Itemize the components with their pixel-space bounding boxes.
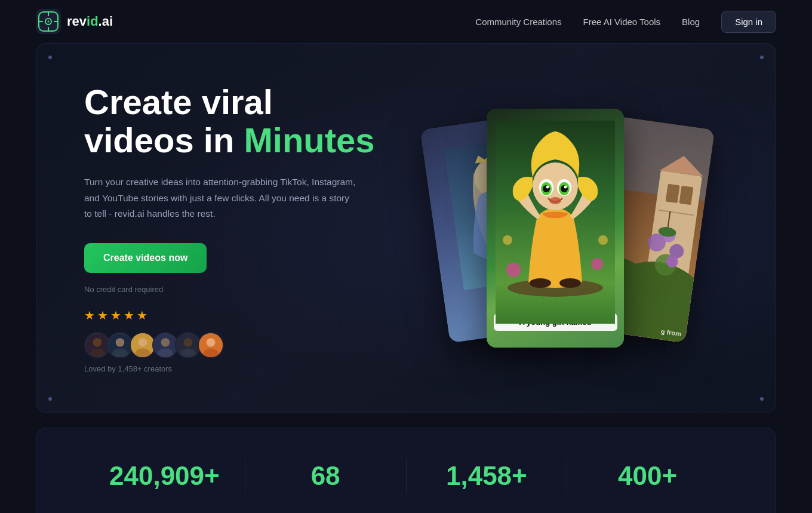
svg-point-12 [116,339,125,348]
svg-point-41 [530,278,551,288]
svg-point-15 [139,339,147,348]
stat-tools: 68 [245,463,406,489]
corner-dot-br [760,397,764,401]
star-rating: ★ ★ ★ ★ ★ [84,308,383,322]
stat-creators-number: 1,458+ [407,463,567,489]
video-card-center: A young girl named [487,109,624,348]
avatar-6 [198,332,224,358]
svg-point-46 [598,235,608,245]
sign-in-button[interactable]: Sign in [721,11,776,33]
nav-link-blog[interactable]: Blog [682,17,700,27]
hero-right: Lo... [383,85,728,371]
svg-point-24 [207,339,216,348]
star-4: ★ [124,308,134,322]
logo-text: revid.ai [67,14,113,29]
stat-tools-number: 68 [245,463,406,489]
svg-point-39 [564,186,567,189]
star-1: ★ [84,308,95,322]
corner-dot-tr [760,56,764,59]
stat-videos-number: 240,909+ [84,463,245,489]
nav-link-community[interactable]: Community Creations [475,17,561,27]
stat-creators: 1,458+ [407,463,567,489]
svg-point-42 [559,278,581,288]
avatars-row [84,332,383,358]
svg-point-3 [48,21,50,23]
logo-icon [36,9,61,34]
svg-point-43 [506,263,521,277]
svg-point-18 [161,339,170,348]
stat-extra: 400+ [567,463,728,489]
corner-dot-bl [48,397,52,401]
hero-left: Create viral videos in Minutes Turn your… [84,83,383,374]
stat-extra-number: 400+ [567,463,728,489]
svg-point-40 [549,197,561,204]
logo[interactable]: revid.ai [36,9,113,34]
loved-text: Loved by 1,458+ creators [84,364,383,373]
hero-title: Create viral videos in Minutes [84,83,383,161]
star-2: ★ [97,308,108,322]
stats-section: 240,909+ 68 1,458+ 400+ [36,428,776,513]
stat-videos: 240,909+ [84,463,245,489]
svg-point-45 [503,235,512,245]
svg-point-21 [184,339,193,348]
svg-point-44 [591,258,603,270]
star-5: ★ [137,308,147,322]
nav-link-tools[interactable]: Free AI Video Tools [583,17,661,27]
svg-point-9 [93,339,102,348]
star-3: ★ [110,308,121,322]
hero-section: Create viral videos in Minutes Turn your… [36,43,776,413]
cta-button[interactable]: Create videos now [84,243,207,273]
hero-description: Turn your creative ideas into attention-… [84,174,359,222]
corner-dot-tl [48,56,52,59]
svg-point-38 [546,186,549,189]
nav-links: Community Creations Free AI Video Tools … [475,11,776,33]
navbar: revid.ai Community Creations Free AI Vid… [0,0,812,43]
no-credit-text: No credit card required [84,285,383,294]
card-center-illustration [496,121,615,324]
